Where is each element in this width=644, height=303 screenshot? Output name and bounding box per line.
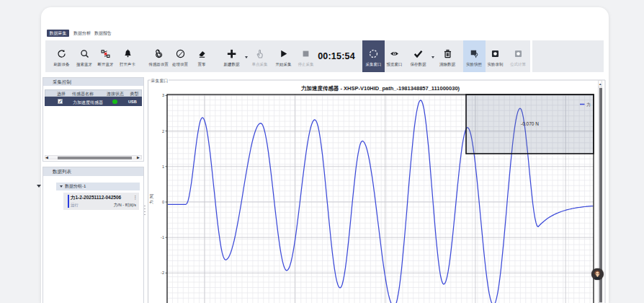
- data-item-status: 运行: [71, 203, 79, 208]
- process-icon: [168, 48, 192, 59]
- data-item-menu-icon[interactable]: ⋮: [133, 195, 138, 201]
- acquire-window-button[interactable]: 采集窗口: [362, 40, 385, 72]
- tab-data-analysis[interactable]: 数据分析: [73, 30, 91, 37]
- sensor-table: 选择传感器名称连接状态类型 ✓ 力加速度传感器 USB: [45, 89, 142, 106]
- formula-calc-label: 公式计算: [503, 62, 533, 67]
- y-axis-label: 力 [N]: [149, 194, 153, 205]
- scroll-left-arrow-icon[interactable]: ◀: [45, 156, 50, 159]
- snapshot-icon: [463, 48, 486, 59]
- stop-acquire-label: 停止采集: [291, 62, 321, 67]
- assistant-avatar-button[interactable]: [591, 268, 604, 281]
- clear-data-label: 清除数据: [432, 62, 462, 67]
- data-item-card[interactable]: 力1-2-20251112-042506 ⋮ 运行 力/N - 时间/s: [63, 193, 139, 210]
- data-item-axes: 力/N - 时间/s: [114, 203, 136, 208]
- disconnect-icon: [94, 48, 118, 59]
- tab-data-report[interactable]: 数据报告: [94, 30, 112, 37]
- sensor-checkbox[interactable]: ✓: [58, 99, 63, 104]
- process-settings-button[interactable]: 处理设置: [168, 40, 192, 72]
- formula-icon: [506, 48, 530, 59]
- record-icon: [483, 48, 508, 59]
- bell-icon: [115, 48, 140, 59]
- plus-icon: [220, 48, 244, 59]
- set-zero-button[interactable]: 置零: [189, 40, 214, 72]
- dashed-circle-icon: [362, 48, 385, 59]
- open-soundcard-label: 打开声卡: [112, 62, 143, 67]
- clear-data-button[interactable]: 清除数据: [435, 40, 460, 72]
- sensor-row[interactable]: ✓ 力加速度传感器 USB: [45, 97, 142, 106]
- data-group-label: 数据分组-1: [65, 184, 86, 188]
- sensor-name: 力加速度传感器: [73, 100, 103, 106]
- scroll-up-arrow-icon[interactable]: ▲: [599, 81, 601, 87]
- dropdown-caret-icon[interactable]: [431, 56, 434, 58]
- chart-area: 采集窗口-0.070 N3210-1-2力 [N]力加速度传感器 - XHSP-…: [148, 76, 609, 303]
- stop-icon: [294, 48, 318, 59]
- chart-panel-label: 采集窗口: [151, 78, 169, 84]
- formula-calc-button: 公式计算: [506, 40, 530, 72]
- data-item-title: 力1-2-20251112-042506: [71, 195, 121, 201]
- open-soundcard-button[interactable]: 打开声卡: [115, 40, 140, 72]
- horizontal-scrollbar[interactable]: ◀ ▶: [45, 155, 142, 159]
- scroll-right-arrow-icon[interactable]: ▶: [137, 156, 141, 159]
- eye-icon: [383, 48, 407, 59]
- sidebar-collapse-icon[interactable]: [37, 185, 41, 188]
- legend-label: 力: [586, 102, 591, 107]
- hand-icon: [248, 48, 272, 59]
- refresh-icon: [50, 48, 74, 59]
- new-data-button[interactable]: 新建数据: [220, 40, 244, 72]
- connection-status-dot: [112, 100, 117, 105]
- acquisition-control-title: 采集控制: [43, 78, 143, 86]
- start-acquire-button[interactable]: 开始采集: [272, 40, 296, 72]
- tab-data-acquire[interactable]: 数据采集: [47, 30, 69, 37]
- group-collapse-icon[interactable]: [60, 185, 63, 188]
- selection-value-label: -0.070 N: [521, 121, 539, 126]
- single-point-acquire-button: 单点采集: [248, 40, 272, 72]
- save-data-label: 保存数据: [403, 62, 434, 67]
- trash-icon: [435, 48, 460, 59]
- data-list-panel: 数据列表 数据分组-1 力1-2-20251112-042506 ⋮ 运行 力/…: [43, 167, 144, 303]
- y-tick-label: 1: [162, 164, 164, 169]
- data-list-title: 数据列表: [43, 167, 143, 176]
- disconnect-bluetooth-button[interactable]: 断开蓝牙: [94, 40, 118, 72]
- horizontal-scrollbar-thumb[interactable]: [58, 157, 132, 159]
- y-tick-label: 3: [162, 93, 164, 97]
- data-item-accent-bar: [68, 195, 69, 208]
- save-data-button[interactable]: 保存数据: [406, 40, 431, 72]
- y-tick-label: 2: [162, 129, 164, 133]
- experiment-record-button[interactable]: 实验录制: [483, 40, 508, 72]
- check-icon: [406, 48, 431, 59]
- sensor-table-header: 选择传感器名称连接状态类型: [45, 89, 142, 97]
- preview-window-button[interactable]: 预览窗口: [383, 40, 407, 72]
- acquisition-timer: 00:15:54: [318, 51, 355, 61]
- refresh-devices-button[interactable]: 刷新设备: [50, 40, 74, 72]
- y-tick-label: -1: [161, 235, 164, 240]
- chart-title: 力加速度传感器 - XHSP-V10HID_path_-1981348857_1…: [300, 85, 460, 92]
- new-data-label: 新建数据: [217, 62, 247, 67]
- avatar-icon: [591, 268, 604, 281]
- experiment-snapshot-button[interactable]: 实验快照: [463, 40, 486, 72]
- sensor-type: USB: [128, 100, 137, 104]
- sensor-icon: [146, 48, 171, 59]
- sensor-settings-button[interactable]: 传感器设置: [146, 40, 171, 72]
- acquisition-control-panel: 采集控制 选择传感器名称连接状态类型 ✓ 力加速度传感器 USB ◀ ▶: [43, 77, 144, 162]
- y-tick-label: -2: [161, 271, 164, 275]
- y-tick-label: 0: [162, 200, 164, 204]
- set-zero-label: 置零: [187, 62, 217, 67]
- play-icon: [272, 48, 296, 59]
- data-group-row[interactable]: 数据分组-1: [56, 183, 140, 190]
- stop-acquire-button: 停止采集: [294, 40, 318, 72]
- toolbar-right-section: [532, 40, 604, 72]
- eraser-icon: [189, 48, 214, 59]
